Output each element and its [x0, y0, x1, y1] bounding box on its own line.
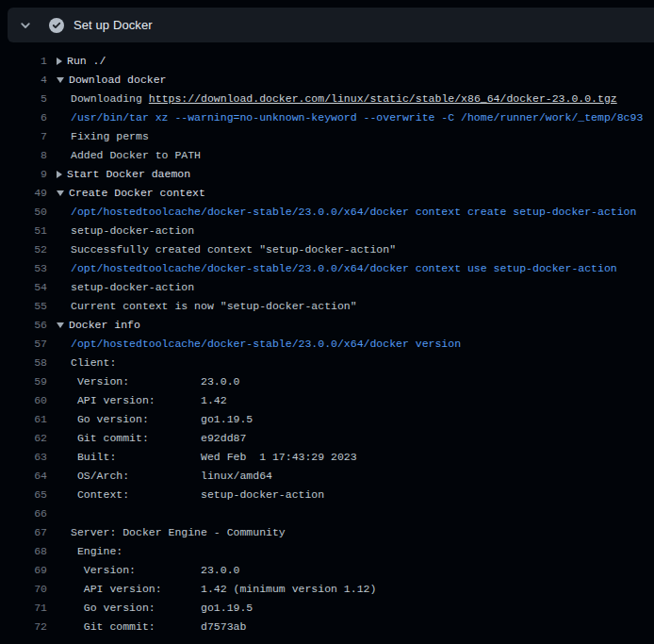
line-number[interactable]: 57 [0, 335, 47, 354]
log-text: Downloading https://download.docker.com/… [57, 90, 654, 108]
log-group-toggle[interactable]: Create Docker context [57, 184, 654, 203]
step-header[interactable]: Set up Docker [8, 8, 654, 42]
line-number[interactable]: 67 [0, 523, 47, 542]
log-group-toggle[interactable]: Download docker [57, 71, 654, 90]
line-number[interactable]: 50 [0, 203, 47, 222]
log-message: Added Docker to PATH [71, 146, 201, 165]
line-number[interactable]: 6 [0, 108, 47, 127]
line-number[interactable]: 52 [0, 240, 47, 259]
line-number[interactable]: 63 [0, 448, 47, 467]
log-line: 56Docker info [0, 316, 654, 335]
log-text: Built: Wed Feb 1 17:43:29 2023 [57, 448, 654, 467]
line-number[interactable]: 1 [0, 52, 47, 71]
log-line: 70 API version: 1.42 (minimum version 1.… [0, 580, 654, 599]
log-group-toggle[interactable]: Start Docker daemon [57, 165, 654, 184]
log-container: 1Run ./4Download docker5Downloading http… [0, 42, 654, 636]
log-link[interactable]: https://download.docker.com/linux/static… [149, 90, 617, 108]
log-line: 60 API version: 1.42 [0, 391, 654, 410]
log-line: 5Downloading https://download.docker.com… [0, 90, 654, 108]
triangle-right-icon[interactable] [57, 171, 62, 178]
log-message: Engine: [71, 542, 123, 561]
triangle-down-icon[interactable] [57, 322, 64, 328]
log-text: Added Docker to PATH [57, 146, 654, 165]
log-message: Fixing perms [71, 127, 149, 146]
log-message: Context: setup-docker-action [71, 486, 324, 504]
line-number[interactable]: 49 [0, 184, 47, 203]
log-message: OS/Arch: linux/amd64 [71, 467, 272, 486]
log-text: API version: 1.42 (minimum version 1.12) [57, 580, 654, 599]
line-number[interactable]: 64 [0, 467, 47, 486]
log-line: 7Fixing perms [0, 127, 654, 146]
log-message: Go version: go1.19.5 [71, 410, 253, 429]
log-text: /usr/bin/tar xz --warning=no-unknown-key… [57, 108, 654, 127]
line-number[interactable]: 58 [0, 354, 47, 372]
log-line: 65 Context: setup-docker-action [0, 486, 654, 504]
log-text: /opt/hostedtoolcache/docker-stable/23.0.… [57, 335, 654, 354]
log-group-toggle[interactable]: Docker info [57, 316, 654, 335]
log-text: setup-docker-action [57, 278, 654, 297]
line-number[interactable]: 62 [0, 429, 47, 448]
line-number[interactable]: 56 [0, 316, 47, 335]
line-number[interactable]: 59 [0, 372, 47, 391]
log-line: 58Client: [0, 354, 654, 372]
triangle-right-icon[interactable] [57, 58, 62, 65]
log-text: Go version: go1.19.5 [57, 599, 654, 618]
line-number[interactable]: 51 [0, 222, 47, 240]
log-line: 6/usr/bin/tar xz --warning=no-unknown-ke… [0, 108, 654, 127]
line-number[interactable]: 8 [0, 146, 47, 165]
log-message: Built: Wed Feb 1 17:43:29 2023 [71, 448, 357, 467]
line-number[interactable]: 61 [0, 410, 47, 429]
line-number[interactable]: 9 [0, 165, 47, 184]
line-number[interactable]: 65 [0, 486, 47, 504]
log-message: setup-docker-action [71, 278, 194, 297]
log-line: 66 [0, 504, 654, 523]
command-text: /opt/hostedtoolcache/docker-stable/23.0.… [71, 259, 617, 278]
log-text: Context: setup-docker-action [57, 486, 654, 504]
log-message: Downloading [71, 90, 149, 108]
log-line: 67Server: Docker Engine - Community [0, 523, 654, 542]
line-number[interactable]: 60 [0, 391, 47, 410]
log-message: Current context is now "setup-docker-act… [71, 297, 357, 316]
log-text: Go version: go1.19.5 [57, 410, 654, 429]
log-text: Git commit: e92dd87 [57, 429, 654, 448]
triangle-down-icon[interactable] [57, 190, 64, 196]
log-line: 53/opt/hostedtoolcache/docker-stable/23.… [0, 259, 654, 278]
line-number[interactable]: 55 [0, 297, 47, 316]
log-line: 62 Git commit: e92dd87 [0, 429, 654, 448]
line-number[interactable]: 70 [0, 580, 47, 599]
line-number[interactable]: 69 [0, 561, 47, 580]
line-number[interactable]: 53 [0, 259, 47, 278]
log-text: Current context is now "setup-docker-act… [57, 297, 654, 316]
triangle-down-icon[interactable] [57, 77, 64, 83]
log-text: OS/Arch: linux/amd64 [57, 467, 654, 486]
line-number[interactable]: 72 [0, 618, 47, 636]
log-message: Download docker [69, 71, 167, 90]
line-number[interactable]: 66 [0, 504, 47, 523]
log-line: 71 Go version: go1.19.5 [0, 599, 654, 618]
command-text: /opt/hostedtoolcache/docker-stable/23.0.… [71, 335, 461, 354]
log-text: Server: Docker Engine - Community [57, 523, 654, 542]
log-text: Version: 23.0.0 [57, 561, 654, 580]
line-number[interactable]: 71 [0, 599, 47, 618]
log-line: 64 OS/Arch: linux/amd64 [0, 467, 654, 486]
log-message: API version: 1.42 [71, 391, 227, 410]
log-line: 72 Git commit: d7573ab [0, 618, 654, 636]
log-line: 57/opt/hostedtoolcache/docker-stable/23.… [0, 335, 654, 354]
log-text [57, 504, 654, 523]
log-message: Client: [71, 354, 116, 372]
log-text: Git commit: d7573ab [57, 618, 654, 636]
line-number[interactable]: 5 [0, 90, 47, 108]
chevron-down-icon[interactable] [19, 19, 32, 32]
log-line: 54setup-docker-action [0, 278, 654, 297]
log-line: 61 Go version: go1.19.5 [0, 410, 654, 429]
step-title: Set up Docker [74, 18, 153, 32]
log-message: Go version: go1.19.5 [71, 599, 253, 618]
log-line: 55Current context is now "setup-docker-a… [0, 297, 654, 316]
command-text: /opt/hostedtoolcache/docker-stable/23.0.… [71, 203, 636, 222]
line-number[interactable]: 4 [0, 71, 47, 90]
line-number[interactable]: 68 [0, 542, 47, 561]
line-number[interactable]: 54 [0, 278, 47, 297]
line-number[interactable]: 7 [0, 127, 47, 146]
log-message: Git commit: e92dd87 [71, 429, 246, 448]
log-group-toggle[interactable]: Run ./ [57, 52, 654, 71]
